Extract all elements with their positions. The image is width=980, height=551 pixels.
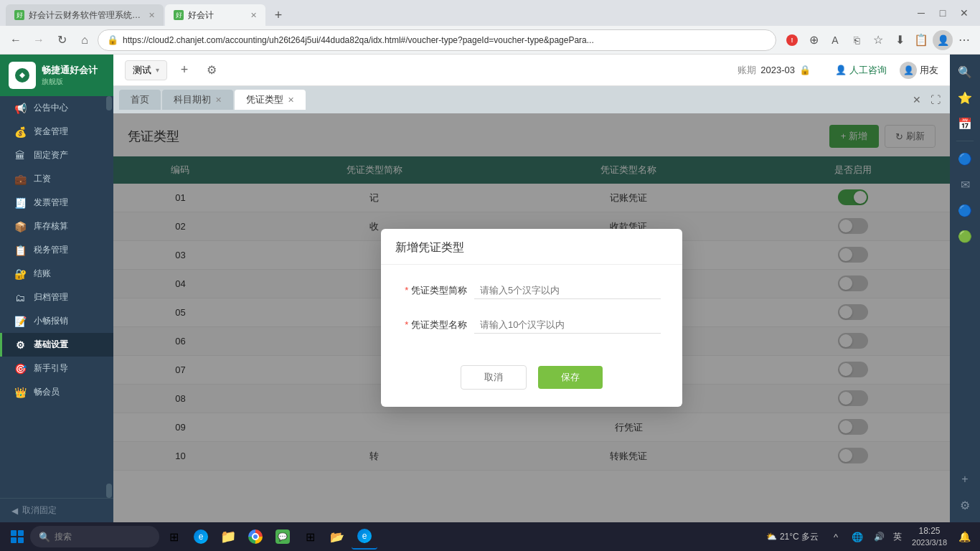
network-icon[interactable]: 🌐 [847,527,867,547]
taskbar-folder-button[interactable]: 📂 [324,524,350,550]
taskbar-explorer-button[interactable]: 📁 [215,524,241,550]
notification-center-button[interactable]: 🔔 [954,527,974,547]
sidebar-item-salary[interactable]: 💼 工资 [0,167,113,191]
required-asterisk-short: * [405,285,411,296]
taskbar-search[interactable]: 🔍 搜索 [30,526,159,547]
weather-widget[interactable]: ⛅ 21°C 多云 [760,531,824,543]
system-icons-expand[interactable]: ^ [826,527,846,547]
field-short-input[interactable] [474,282,661,299]
volume-icon[interactable]: 🔊 [869,527,889,547]
workspace-selector[interactable]: 测试 ▾ [125,60,167,80]
field-name-input[interactable] [474,316,661,334]
sidebar-item-fixed-assets[interactable]: 🏛 固定资产 [0,143,113,167]
logo-icon [9,62,36,89]
address-bar[interactable]: 🔒 https://cloud2.chanjet.com/accounting/… [98,29,776,51]
extensions-button[interactable]: ! [782,30,802,50]
sidebar-item-archive[interactable]: 🗂 归档管理 [0,286,113,309]
taskbar-edge-button[interactable]: e [188,524,214,550]
tab-maximize-button[interactable]: ⛶ [927,91,944,108]
right-panel-mail-icon[interactable]: ✉ [953,173,976,196]
start-button[interactable] [6,525,29,548]
sidebar-item-salary-label: 工资 [34,173,51,185]
back-button[interactable]: ← [6,30,26,50]
taskbar-wechat-button[interactable]: 💬 [270,524,296,550]
right-panel-calendar-icon[interactable]: 📅 [953,112,976,135]
unpin-icon: ◀ [11,506,18,516]
sidebar-item-invoice[interactable]: 🧾 发票管理 [0,191,113,215]
translate-button[interactable]: A [825,30,845,50]
tab-subject[interactable]: 科目期初 ✕ [162,90,233,110]
sidebar-footer-unpin[interactable]: ◀ 取消固定 [0,498,113,522]
period-label: 账期 [738,64,756,77]
form-row-short: * 凭证类型简称 [402,282,661,299]
folder-icon: 📂 [330,530,344,544]
more-options-button[interactable]: ⋯ [954,30,974,50]
new-tab-button[interactable]: + [267,4,290,26]
browser-close-button[interactable]: ✕ [954,3,974,23]
right-panel-search-icon[interactable]: 🔍 [953,60,976,83]
reading-list-button[interactable]: 📋 [911,30,931,50]
sidebar-item-invoice-label: 发票管理 [34,197,68,209]
taskbar-clock[interactable]: 18:25 2023/3/18 [906,525,953,548]
share-button[interactable]: ⎗ [847,30,867,50]
add-workspace-button[interactable]: + [174,60,194,80]
lock-icon: 🔒 [107,34,118,45]
sidebar-item-settings[interactable]: ⚙ 基础设置 [0,333,113,357]
tab-voucher-type[interactable]: 凭证类型 ✕ [235,90,306,110]
tab-close-1[interactable]: ✕ [149,11,155,20]
profile-button[interactable]: 👤 [933,30,953,50]
customer-service-button[interactable]: 👤 人工咨询 [829,61,892,80]
task-view-button[interactable]: ⊞ [161,524,187,550]
browser-restore-button[interactable]: □ [933,3,953,23]
refresh-nav-button[interactable]: ↻ [52,30,72,50]
save-button[interactable]: 保存 [538,366,603,389]
right-panel-green-icon[interactable]: 🟢 [953,225,976,248]
sidebar-logo: 畅捷通好会计 旗舰版 [0,55,113,96]
right-panel-outlook-icon[interactable]: 🔵 [953,199,976,222]
taskbar-search-icon: 🔍 [39,532,50,542]
tab-title-2: 好会计 [188,9,214,22]
bookmark-button[interactable]: ☆ [868,30,888,50]
announcements-icon: 📢 [14,103,27,114]
screen-reader-button[interactable]: ⊕ [804,30,824,50]
sidebar-item-guide[interactable]: 🎯 新手引导 [0,357,113,380]
sidebar-item-announcements[interactable]: 📢 公告中心 [0,96,113,120]
cancel-button[interactable]: 取消 [461,365,527,390]
right-panel-settings-icon[interactable]: ⚙ [953,494,976,517]
sidebar-item-closing[interactable]: 🔐 结账 [0,262,113,286]
workspace-settings-button[interactable]: ⚙ [202,60,222,80]
tab-voucher-type-close[interactable]: ✕ [288,95,294,105]
period-value: 2023-03 [760,65,795,75]
sidebar-item-inventory[interactable]: 📦 库存核算 [0,215,113,238]
right-panel-teams-icon[interactable]: 🔵 [953,147,976,170]
taskbar-edge2-button[interactable]: e [352,524,377,550]
user-menu-button[interactable]: 👤 用友 [900,62,938,79]
field-name-label: * 凭证类型名称 [402,319,474,331]
input-lang-indicator[interactable]: 英 [890,531,905,543]
sidebar-item-member[interactable]: 👑 畅会员 [0,380,113,404]
modal-body: * 凭证类型简称 * 凭证类型名称 [381,265,682,357]
tab-close-2[interactable]: ✕ [250,11,257,20]
browser-minimize-button[interactable]: ─ [911,3,931,23]
tax-icon: 📋 [14,245,27,256]
tab-home[interactable]: 首页 [119,90,161,110]
required-asterisk-name: * [405,319,411,330]
sidebar-item-tax[interactable]: 📋 税务管理 [0,238,113,262]
home-button[interactable]: ⌂ [75,30,95,50]
tab-subject-close[interactable]: ✕ [215,95,222,105]
taskbar-apps-button[interactable]: ⊞ [297,524,323,550]
tab-collapse-button[interactable]: ✕ [908,91,925,108]
right-panel-add-icon[interactable]: + [953,468,976,491]
sidebar-item-expense[interactable]: 📝 小畅报销 [0,309,113,333]
forward-button[interactable]: → [29,30,49,50]
browser-tab-active[interactable]: 好 好会计 ✕ [165,4,265,26]
downloads-button[interactable]: ⬇ [890,30,910,50]
taskbar: 🔍 搜索 ⊞ e 📁 💬 ⊞ 📂 e [0,522,980,551]
user-avatar: 👤 [900,62,917,79]
content-tab-bar: 首页 科目期初 ✕ 凭证类型 ✕ ✕ ⛶ [113,86,950,113]
browser-tab-inactive[interactable]: 好 好会计云财务软件管理系统_会计 ✕ [6,4,164,26]
sidebar-item-funds[interactable]: 💰 资金管理 [0,120,113,143]
right-panel-star-icon[interactable]: ⭐ [953,86,976,109]
taskbar-chrome-button[interactable] [242,524,268,550]
weather-icon: ⛅ [766,532,777,542]
